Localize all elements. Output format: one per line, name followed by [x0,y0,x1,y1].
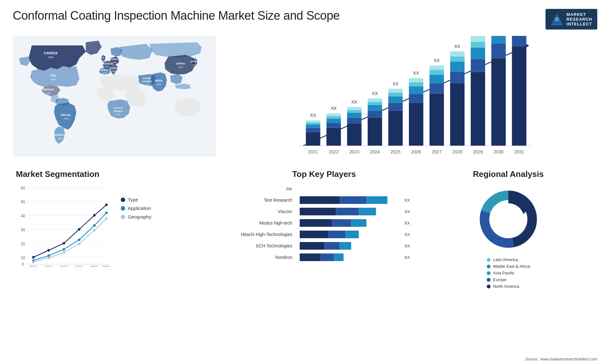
svg-text:2026: 2026 [411,149,421,154]
seg-legend-type: Type [121,197,151,202]
svg-text:2026: 2026 [103,265,110,267]
svg-rect-158 [300,231,328,238]
bar-chart-section: XX XX XX XX [229,33,597,166]
svg-text:40: 40 [21,214,25,218]
svg-rect-59 [368,102,382,105]
svg-point-138 [47,254,50,257]
svg-rect-103 [491,58,505,146]
svg-rect-105 [491,36,505,44]
svg-text:XX: XX [310,113,316,118]
svg-rect-107 [512,46,526,146]
svg-rect-69 [409,94,423,103]
players-section: Top Key Players Inc Test Research [235,169,413,362]
svg-rect-157 [351,219,366,227]
svg-rect-70 [409,86,423,94]
svg-rect-48 [327,113,341,116]
source-text: Source : www.marketresearchintellect.com [525,357,597,361]
svg-rect-56 [368,118,382,146]
svg-text:MEXICO: MEXICO [43,88,54,91]
player-row: Test Research XX [238,196,410,205]
latin-label: Latin America [493,257,518,262]
apac-dot [487,271,491,275]
legend-item-na: North America [487,284,530,289]
svg-point-133 [63,242,65,245]
svg-text:20: 20 [21,242,25,246]
player-name: Hitachi High-Technologies [238,232,292,237]
svg-rect-64 [388,96,403,103]
player-bar-container [295,184,405,193]
svg-rect-45 [327,123,341,128]
na-label: North America [493,284,519,289]
seg-legend: Type Application Geography [121,197,151,223]
player-bar-container [295,219,400,227]
svg-text:xx%: xx% [192,64,196,66]
svg-rect-54 [347,107,361,110]
svg-rect-72 [409,78,423,82]
type-label: Type [128,197,138,202]
svg-text:INDIA: INDIA [155,79,163,82]
svg-text:FRANCE: FRANCE [101,62,112,65]
player-bar-container [295,207,400,216]
svg-text:xx%: xx% [46,92,51,95]
svg-rect-53 [347,110,361,113]
svg-rect-47 [327,116,341,119]
mea-label: Middle East & Africa [493,264,530,269]
svg-rect-60 [368,98,382,102]
svg-text:xx%: xx% [112,61,116,64]
svg-rect-152 [300,208,336,215]
svg-point-142 [105,212,108,214]
svg-text:U.S.: U.S. [50,74,57,77]
svg-rect-86 [471,72,485,146]
player-name: Nordson [238,255,292,260]
svg-text:GERMANY: GERMANY [108,58,121,61]
svg-rect-163 [340,242,351,250]
svg-rect-83 [450,57,464,62]
player-bar-container [295,241,400,250]
player-row: Hitachi High-Technologies XX [238,230,410,239]
player-row: Viscom XX [238,207,410,216]
svg-point-140 [78,239,80,241]
svg-text:JAPAN: JAPAN [190,60,199,63]
regional-section: Regional Analysis [419,169,597,362]
svg-point-135 [93,214,96,217]
players-title: Top Key Players [238,169,410,179]
market-segmentation: Market Segmentation 60 50 40 30 20 10 0 [13,166,229,364]
svg-text:xx%: xx% [178,66,183,69]
seg-section: 60 50 40 30 20 10 0 2021 2022 2023 [13,184,229,267]
player-row: Nordson XX [238,253,410,262]
na-dot [487,285,491,288]
svg-text:xx%: xx% [58,137,63,140]
header: Conformal Coating Inspection Machine Mar… [0,0,610,33]
svg-text:2031: 2031 [514,149,524,154]
svg-rect-81 [450,71,464,83]
svg-text:ARABIA: ARABIA [142,80,152,83]
seg-legend-app: Application [121,206,151,211]
svg-point-134 [78,228,80,231]
player-row: Modus high-tech XX [238,219,410,227]
svg-rect-74 [430,94,444,146]
svg-text:xx%: xx% [64,117,68,120]
europe-dot [487,278,491,282]
svg-rect-82 [450,62,464,71]
svg-text:60: 60 [21,186,25,190]
svg-point-146 [78,243,80,245]
svg-rect-40 [306,125,320,128]
svg-rect-50 [347,124,361,146]
svg-text:2022: 2022 [329,149,339,154]
svg-text:xx%: xx% [145,84,149,86]
seg-legend-geo: Geography [121,214,151,219]
svg-rect-80 [450,83,464,146]
svg-text:XX: XX [454,44,460,49]
svg-rect-58 [368,105,382,111]
svg-rect-78 [430,65,444,70]
svg-text:2023: 2023 [349,149,359,154]
svg-rect-165 [321,253,334,261]
legend-item-latin: Latin America [487,257,530,262]
svg-point-147 [93,229,96,232]
svg-point-141 [93,224,96,227]
svg-rect-156 [332,219,351,227]
world-map-svg: CANADA xx% U.S. xx% MEXICO xx% BRAZIL xx… [13,36,216,157]
player-name: Viscom [238,209,292,214]
svg-point-145 [63,251,65,254]
svg-point-144 [47,257,50,259]
